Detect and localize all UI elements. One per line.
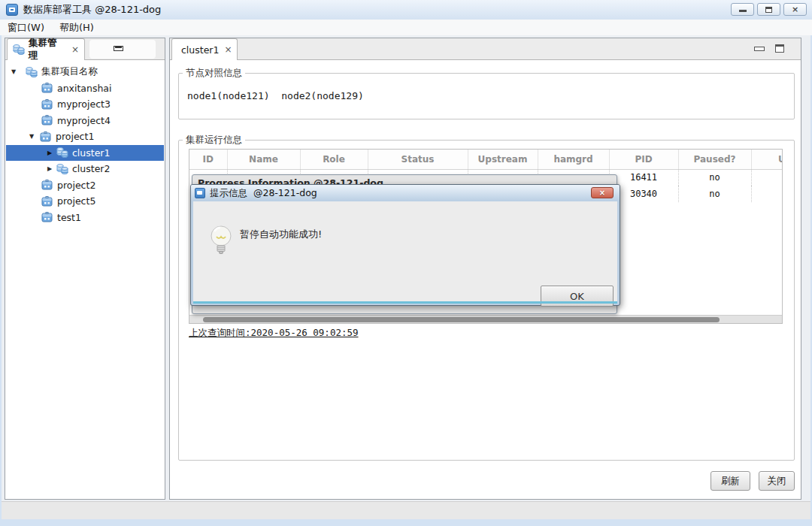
dialog-body: 暂停自动功能成功! OK [193, 201, 617, 301]
menu-bar: 窗口(W) 帮助(H) [0, 20, 812, 35]
window-restore-button[interactable] [757, 3, 780, 16]
col-paused[interactable]: Paused? [678, 150, 751, 169]
editor-maximize-icon[interactable] [775, 44, 784, 53]
left-tabstrip: 集群管理 × [5, 38, 165, 60]
minimize-icon [739, 10, 747, 12]
app-icon [195, 188, 205, 198]
col-hamgrd[interactable]: hamgrd [538, 150, 609, 169]
lightbulb-icon [208, 224, 235, 255]
restore-icon [765, 7, 772, 13]
expander-right-icon[interactable]: ▶ [44, 165, 55, 172]
scrollbar-thumb[interactable] [203, 317, 720, 322]
table-horizontal-scrollbar[interactable] [189, 315, 782, 323]
table-header-row: ID Name Role Status Upstream hamgrd PID … [189, 150, 783, 169]
window-minimize-button[interactable] [731, 3, 754, 16]
project-icon [41, 98, 53, 110]
node-info-group: 节点对照信息 node1(node121) node2(node129) [178, 73, 795, 119]
project-icon [41, 82, 53, 94]
col-name[interactable]: Name [227, 150, 300, 169]
dialog-title: 提示信息 @28-121-dog [210, 187, 317, 200]
app-icon [6, 4, 18, 16]
cell-upst: 1se [751, 186, 783, 202]
group-title: 集群运行信息 [183, 134, 245, 147]
project-icon [41, 211, 53, 223]
close-button[interactable]: 关闭 [759, 471, 795, 491]
database-icon [56, 147, 68, 159]
col-role[interactable]: Role [300, 150, 368, 169]
database-icon [56, 163, 68, 175]
window-titlebar: 数据库部署工具 @28-121-dog × [0, 0, 812, 20]
view-minimize-icon[interactable] [114, 46, 123, 51]
message-dialog: 提示信息 @28-121-dog × 暂停自动功能成功! OK [190, 184, 620, 306]
menu-help[interactable]: 帮助(H) [52, 20, 102, 36]
cluster-project-tree: ▼ 集群项目名称 anxitanshai myproject3 myprojec… [6, 64, 164, 498]
col-upstream[interactable]: Upstream [468, 150, 538, 169]
refresh-button[interactable]: 刷新 [710, 471, 750, 491]
tab-label: 集群管理 [29, 37, 66, 62]
cluster-management-view: 集群管理 × ▼ 集群项目名称 anxitanshai myproject3 m… [5, 38, 165, 500]
project-icon [41, 179, 53, 191]
expander-down-icon[interactable]: ▼ [26, 133, 37, 140]
database-icon [26, 66, 38, 78]
close-icon: × [792, 5, 798, 14]
tree-item-root[interactable]: ▼ 集群项目名称 [6, 64, 164, 80]
col-upst[interactable]: Upst [751, 150, 783, 169]
tree-item-test1[interactable]: test1 [6, 210, 164, 226]
dialog-close-button[interactable]: × [591, 187, 614, 198]
editor-minimize-icon[interactable] [754, 47, 765, 51]
tab-label: cluster1 [181, 44, 219, 56]
cell-upst [751, 169, 783, 186]
menu-window[interactable]: 窗口(W) [0, 20, 52, 36]
cell-paused: no [678, 186, 751, 202]
col-pid[interactable]: PID [609, 150, 678, 169]
tree-item-cluster2[interactable]: ▶ cluster2 [6, 161, 164, 177]
tree-item-project5[interactable]: project5 [6, 193, 164, 210]
tab-cluster1[interactable]: cluster1 × [171, 38, 238, 60]
editor-tabstrip: cluster1 × [170, 38, 801, 60]
tree-item-myproject4[interactable]: myproject4 [6, 113, 164, 129]
cell-pid: 16411 [609, 169, 678, 186]
window-close-button[interactable]: × [783, 3, 807, 16]
tree-item-project2[interactable]: project2 [6, 177, 164, 194]
tab-close-icon[interactable]: × [71, 45, 79, 54]
dialog-message: 暂停自动功能成功! [240, 228, 322, 241]
project-icon [41, 195, 53, 207]
expander-right-icon[interactable]: ▶ [44, 150, 55, 156]
window-title: 数据库部署工具 @28-121-dog [23, 3, 161, 17]
tree-item-myproject3[interactable]: myproject3 [6, 96, 164, 113]
tree-item-anxitanshai[interactable]: anxitanshai [6, 80, 164, 97]
close-icon: × [599, 189, 605, 197]
view-toolbar [89, 40, 156, 59]
tab-cluster-management[interactable]: 集群管理 × [7, 38, 85, 60]
project-icon [40, 131, 52, 143]
tree-item-project1[interactable]: ▼ project1 [6, 128, 164, 145]
project-icon [41, 114, 53, 126]
node-mapping-text: node1(node121) node2(node129) [187, 90, 364, 101]
tree-item-cluster1[interactable]: ▶ cluster1 [6, 145, 164, 162]
last-query-time: 上次查询时间:2020-05-26 09:02:59 [189, 327, 359, 340]
expander-down-icon[interactable]: ▼ [8, 68, 19, 75]
col-status[interactable]: Status [368, 150, 468, 169]
col-id[interactable]: ID [189, 150, 227, 169]
dialog-titlebar[interactable]: 提示信息 @28-121-dog × [191, 185, 620, 201]
dialog-bottom-accent [193, 301, 617, 304]
tab-close-icon[interactable]: × [224, 45, 232, 54]
group-title: 节点对照信息 [183, 67, 245, 80]
status-strip [2, 501, 810, 519]
cell-paused: no [678, 169, 751, 186]
database-icon [13, 44, 25, 56]
